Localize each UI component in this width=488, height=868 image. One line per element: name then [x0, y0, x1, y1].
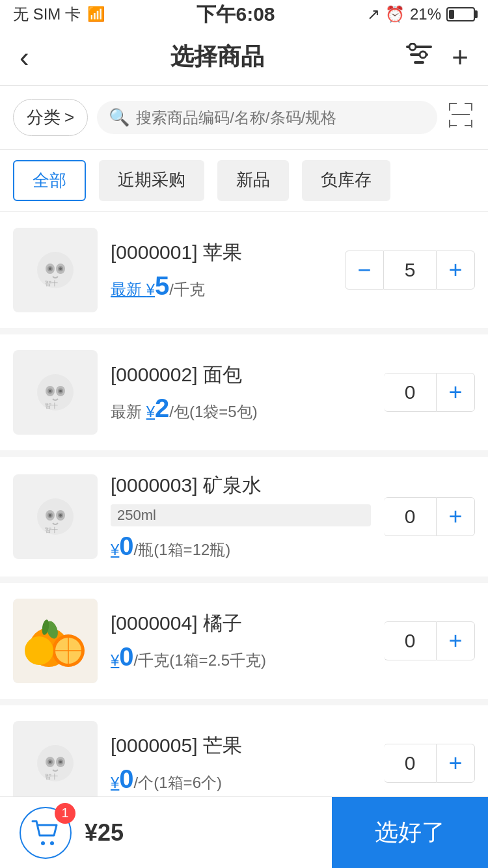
product-info: [0000004] 橘子 ¥0/千克(1箱=2.5千克): [111, 610, 371, 671]
search-input[interactable]: [136, 109, 426, 127]
quantity-input[interactable]: [384, 251, 436, 290]
svg-point-41: [25, 636, 53, 665]
product-price: ¥0/千克(1箱=2.5千克): [111, 642, 371, 671]
category-label: 分类: [27, 106, 61, 129]
price-currency: ¥: [111, 541, 119, 558]
svg-point-4: [420, 51, 426, 58]
scan-icon[interactable]: [446, 100, 475, 135]
product-price: ¥0/个(1箱=6个): [111, 765, 371, 794]
product-name: [0000003] 矿泉水: [111, 472, 371, 499]
quantity-input[interactable]: [384, 497, 436, 536]
svg-rect-13: [452, 114, 470, 115]
svg-rect-10: [449, 120, 450, 128]
category-button[interactable]: 分类 >: [13, 99, 88, 136]
price-currency: ¥: [111, 651, 119, 669]
tab-negative[interactable]: 负库存: [302, 160, 390, 201]
product-info: [0000005] 芒果 ¥0/个(1箱=6个): [111, 733, 371, 794]
quantity-control: +: [384, 744, 475, 783]
increase-button[interactable]: +: [436, 373, 475, 412]
product-info: [0000002] 面包 最新 ¥2/包(1袋=5包): [111, 362, 371, 423]
product-image: 智十: [13, 228, 98, 312]
price-unit: /千克(1箱=2.5千克): [134, 651, 266, 669]
price-label: 最新 ¥: [111, 403, 155, 420]
status-bar: 无 SIM 卡 📶 下午6:08 ↗ ⏰ 21%: [0, 0, 488, 29]
tab-all[interactable]: 全部: [13, 160, 86, 201]
quantity-control: +: [384, 497, 475, 536]
price-value: 0: [119, 642, 133, 671]
confirm-button[interactable]: 选好了: [332, 797, 488, 869]
product-image: 智十: [13, 350, 98, 435]
cart-section: 1 ¥25: [0, 807, 332, 859]
quantity-input[interactable]: [384, 621, 436, 660]
product-item: 智十 [0000001] 苹果 最新 ¥5/千克 − +: [0, 212, 488, 334]
svg-point-27: [49, 390, 51, 392]
svg-point-28: [59, 390, 62, 392]
svg-point-35: [49, 514, 51, 517]
quantity-input[interactable]: [384, 373, 436, 412]
increase-button[interactable]: +: [436, 251, 475, 290]
svg-point-36: [59, 514, 62, 517]
nav-bar: ‹ 选择商品 +: [0, 29, 488, 86]
battery-icon: [446, 7, 475, 21]
alarm-icon: ⏰: [385, 5, 405, 23]
cart-total: ¥25: [85, 819, 124, 847]
quantity-input[interactable]: [384, 744, 436, 783]
product-name: [0000002] 面包: [111, 362, 371, 388]
status-left: 无 SIM 卡 📶: [13, 4, 105, 25]
decrease-button[interactable]: −: [345, 251, 384, 290]
tab-recent[interactable]: 近期采购: [99, 160, 204, 201]
svg-text:智十: 智十: [45, 280, 58, 287]
battery-percent: 21%: [410, 5, 441, 23]
price-label: 最新 ¥: [111, 280, 155, 298]
svg-text:智十: 智十: [45, 402, 58, 409]
search-icon: 🔍: [109, 107, 129, 128]
product-item: 智十 [0000003] 矿泉水 250ml ¥0/瓶(1箱=12瓶) +: [0, 457, 488, 583]
svg-point-70: [41, 841, 45, 845]
tab-new[interactable]: 新品: [217, 160, 289, 201]
increase-button[interactable]: +: [436, 744, 475, 783]
increase-button[interactable]: +: [436, 621, 475, 660]
price-unit: /包(1袋=5包): [169, 403, 257, 420]
price-value: 2: [155, 394, 169, 422]
filter-bar: 分类 > 🔍: [0, 86, 488, 150]
price-value: 5: [155, 271, 169, 300]
price-unit: /瓶(1箱=12瓶): [134, 541, 231, 558]
cart-button[interactable]: 1: [20, 807, 72, 859]
status-right: ↗ ⏰ 21%: [367, 5, 475, 23]
svg-rect-2: [414, 61, 424, 64]
price-value: 0: [119, 765, 133, 793]
product-image: 智十: [13, 474, 98, 559]
product-price: 最新 ¥5/千克: [111, 271, 332, 301]
product-spec: 250ml: [111, 504, 371, 526]
back-button[interactable]: ‹: [20, 41, 29, 74]
svg-text:智十: 智十: [45, 773, 58, 780]
cart-badge: 1: [55, 803, 75, 824]
product-image: 智十: [13, 721, 98, 806]
page-title: 选择商品: [170, 41, 264, 73]
filter-icon[interactable]: [406, 43, 432, 71]
location-icon: ↗: [367, 5, 380, 23]
product-price: 最新 ¥2/包(1袋=5包): [111, 394, 371, 423]
svg-point-20: [59, 267, 62, 270]
product-name: [0000004] 橘子: [111, 610, 371, 637]
price-value: 0: [119, 532, 133, 560]
category-chevron: >: [64, 107, 74, 128]
tab-bar: 全部 近期采购 新品 负库存: [0, 150, 488, 212]
price-unit: /个(1箱=6个): [134, 774, 222, 791]
add-icon[interactable]: +: [452, 41, 468, 74]
product-image-orange: [13, 599, 98, 683]
product-name: [0000005] 芒果: [111, 733, 371, 759]
product-list: 智十 [0000001] 苹果 最新 ¥5/千克 − +: [0, 212, 488, 868]
svg-text:智十: 智十: [45, 526, 58, 534]
quantity-control: +: [384, 373, 475, 412]
carrier-text: 无 SIM 卡: [13, 4, 81, 25]
svg-point-53: [59, 761, 62, 763]
product-item: 智十 [0000002] 面包 最新 ¥2/包(1袋=5包) +: [0, 334, 488, 457]
svg-point-19: [49, 267, 51, 270]
svg-rect-6: [449, 103, 450, 111]
svg-point-71: [50, 841, 54, 845]
increase-button[interactable]: +: [436, 497, 475, 536]
nav-actions: +: [406, 41, 468, 74]
product-info: [0000001] 苹果 最新 ¥5/千克: [111, 239, 332, 301]
product-info: [0000003] 矿泉水 250ml ¥0/瓶(1箱=12瓶): [111, 472, 371, 561]
